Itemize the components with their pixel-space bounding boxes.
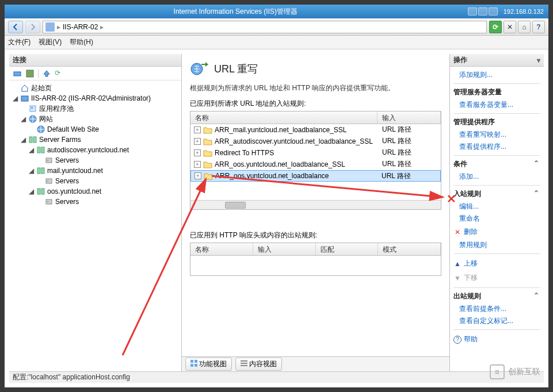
tree-node[interactable]: ◢oos.yuntcloud.net (10, 186, 180, 197)
col2-match[interactable]: 匹配 (316, 243, 379, 255)
connections-tree[interactable]: 起始页◢IIS-ARR-02 (IIS-ARR-02\Administrator… (9, 80, 181, 371)
action-rename-rule[interactable]: 重命名 (453, 213, 540, 225)
breadcrumb-sep: ▸ (57, 23, 60, 31)
table-row[interactable]: +ARR_mail.yuntcloud.net_loadbalance_SSLU… (190, 124, 441, 136)
menu-view[interactable]: 视图(V) (39, 37, 62, 47)
menu-help[interactable]: 帮助(H) (70, 37, 93, 47)
up-level-icon[interactable] (42, 69, 51, 78)
tree-twisty-icon[interactable] (36, 198, 43, 206)
tab-feature-view[interactable]: 功能视图 (185, 358, 232, 371)
nav-back-button[interactable] (8, 21, 23, 33)
nav-help-button[interactable]: ? (532, 21, 545, 33)
tree-node[interactable]: Servers (10, 197, 180, 207)
svg-rect-28 (241, 365, 247, 366)
col2-name[interactable]: 名称 (190, 243, 253, 255)
expand-icon[interactable]: + (194, 149, 201, 156)
table-row[interactable]: +Redirect To HTTPSURL 路径 (190, 147, 441, 159)
tree-node-label: oos.yuntcloud.net (47, 187, 101, 195)
tree-twisty-icon[interactable]: ◢ (12, 94, 18, 102)
tree-node[interactable]: ◢网站 (10, 114, 180, 124)
action-move-up[interactable]: ▲ 上移 (453, 256, 540, 271)
tree-twisty-icon[interactable] (36, 177, 43, 185)
svg-rect-23 (194, 360, 197, 363)
tree-twisty-icon[interactable]: ◢ (20, 136, 26, 144)
nav-refresh-button[interactable]: ⟳ (489, 21, 502, 33)
svg-rect-14 (41, 168, 44, 174)
table-row[interactable]: +ARR_oos.yuntcloud.net_loadbalance_SSLUR… (190, 159, 441, 170)
inbound-rules-grid[interactable]: 名称 输入 +ARR_mail.yuntcloud.net_loadbalanc… (190, 111, 441, 210)
tree-node[interactable]: Default Web Site (10, 124, 180, 134)
action-view-providers[interactable]: 查看提供程序... (453, 141, 540, 153)
col2-input[interactable]: 输入 (253, 243, 316, 255)
expand-icon[interactable]: + (194, 172, 201, 179)
tree-node[interactable]: Servers (10, 176, 180, 186)
svg-rect-25 (194, 364, 197, 367)
srv-icon (44, 156, 54, 165)
page-description: 根据规则为所请求的 URL 地址和 HTTP 响应的内容提供重写功能。 (190, 83, 441, 93)
watermark-text: 创新互联 (508, 367, 540, 377)
action-edit-rule[interactable]: 编辑... (453, 201, 540, 213)
breadcrumb[interactable]: ▸ IIS-ARR-02 ▸ (43, 21, 487, 33)
tree-node[interactable]: Servers (10, 155, 180, 166)
arrow-down-icon: ▼ (453, 274, 462, 282)
tree-node[interactable]: ◢autodiscover.yuntcloud.net (10, 145, 180, 155)
breadcrumb-node[interactable]: IIS-ARR-02 (63, 23, 98, 31)
delete-icon: ✕ (453, 228, 462, 236)
tree-node-label: 网站 (39, 114, 53, 124)
action-view-preconditions[interactable]: 查看前提条件... (453, 303, 540, 315)
rule-input: URL 路径 (377, 136, 441, 146)
tree-twisty-icon[interactable] (28, 125, 35, 133)
srv-icon (44, 197, 54, 206)
svg-rect-0 (14, 72, 21, 76)
svg-rect-22 (190, 360, 193, 363)
connections-toolbar: ⟳ (9, 67, 181, 80)
action-view-server-vars[interactable]: 查看服务器变量... (453, 99, 540, 111)
tree-twisty-icon[interactable] (20, 105, 26, 113)
action-help[interactable]: ? 帮助 (453, 332, 540, 347)
svg-rect-8 (33, 137, 36, 143)
tab-content-view[interactable]: 内容视图 (235, 358, 282, 371)
tab-feature-label: 功能视图 (199, 359, 227, 369)
action-add-rule[interactable]: 添加规则... (453, 69, 540, 81)
tree-node[interactable]: ◢Server Farms (10, 134, 180, 145)
action-add-condition[interactable]: 添加... (453, 171, 540, 183)
table-row[interactable]: +ARR_oos.yuntcloud.net_loadbalanceURL 路径 (190, 170, 441, 182)
col-input[interactable]: 输入 (377, 112, 441, 124)
menu-file[interactable]: 文件(F) (8, 37, 30, 47)
action-view-rewrite-maps[interactable]: 查看重写映射... (453, 129, 540, 141)
folder-icon (203, 137, 212, 145)
rule-name: ARR_oos.yuntcloud.net_loadbalance_SSL (215, 160, 345, 168)
nav-home-button[interactable]: ⌂ (518, 21, 531, 33)
tree-node[interactable]: ◢IIS-ARR-02 (IIS-ARR-02\Administrator) (10, 93, 180, 103)
expand-icon[interactable]: + (194, 126, 201, 133)
tree-node-label: IIS-ARR-02 (IIS-ARR-02\Administrator) (31, 94, 151, 102)
rule-name: Redirect To HTTPS (215, 149, 274, 157)
save-icon[interactable] (25, 69, 35, 78)
tree-twisty-icon[interactable]: ◢ (28, 167, 35, 175)
action-delete-rule[interactable]: ✕ 删除 (453, 225, 540, 239)
nav-forward-button[interactable] (25, 21, 40, 33)
outbound-rules-grid[interactable]: 名称 输入 匹配 模式 (190, 243, 441, 276)
connect-icon[interactable] (13, 69, 22, 78)
tree-twisty-icon[interactable]: ◢ (28, 187, 35, 195)
action-view-custom-tags[interactable]: 查看自定义标记... (453, 315, 540, 327)
action-disable-rule[interactable]: 禁用规则 (453, 239, 540, 251)
collapse-icon[interactable]: ▾ (537, 56, 540, 64)
col2-mode[interactable]: 模式 (378, 243, 441, 255)
tree-node[interactable]: 起始页 (10, 83, 180, 93)
tree-twisty-icon[interactable] (36, 156, 43, 164)
refresh-icon[interactable]: ⟳ (55, 69, 64, 78)
nav-stop-button[interactable]: ✕ (504, 21, 516, 33)
grid-hscrollbar[interactable] (190, 200, 441, 209)
tree-twisty-icon[interactable] (12, 84, 18, 92)
svg-rect-1 (26, 70, 33, 77)
tree-twisty-icon[interactable]: ◢ (28, 146, 35, 154)
tree-node[interactable]: ◢mail.yuntcloud.net (10, 166, 180, 176)
tree-node[interactable]: 应用程序池 (10, 103, 180, 114)
expand-icon[interactable]: + (194, 161, 201, 168)
table-row[interactable]: +ARR_autodiscover.yuntcloud.net_loadbala… (190, 136, 441, 147)
col-name[interactable]: 名称 (190, 112, 377, 124)
tree-twisty-icon[interactable]: ◢ (20, 115, 26, 123)
expand-icon[interactable]: + (194, 138, 201, 145)
home-icon (20, 83, 29, 93)
